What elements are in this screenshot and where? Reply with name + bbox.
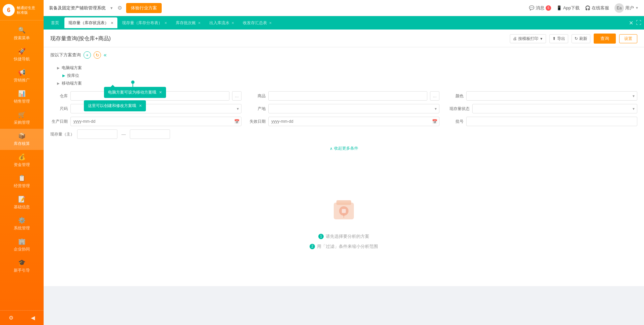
- sidebar-item-system[interactable]: ⚙️ 系统管理: [0, 213, 44, 234]
- sidebar-item-purchase[interactable]: 🛒 采购管理: [0, 108, 44, 129]
- quantity-label: 现存量（主）: [50, 131, 74, 137]
- origin-select-wrapper: ▼: [268, 104, 439, 113]
- sidebar-item-operations[interactable]: 📋 经营管理: [0, 171, 44, 192]
- topbar-gear-icon[interactable]: ⚙: [117, 5, 122, 11]
- filter-area: 按以下方案查询 + ↻ « 电脑方案可设为移动方案哦 ✕ ▶ 电脑端方案: [44, 47, 644, 159]
- page-actions: 🖨 按模板打印 ▼ ⬆ 导出 ↻ 刷新 查询 设置: [510, 34, 637, 44]
- goods-ellipsis-btn[interactable]: …: [430, 91, 439, 101]
- sidebar-item-sales[interactable]: 📊 销售管理: [0, 87, 44, 108]
- settings-button[interactable]: 设置: [619, 34, 637, 43]
- empty-state: 1 请先选择要分析的方案 2 用「过滤」条件来缩小分析范围: [44, 159, 644, 286]
- page-title-row: 现存量查询(按仓库+商品) 🖨 按模板打印 ▼ ⬆ 导出 ↻ 刷新: [50, 34, 637, 47]
- refresh-button[interactable]: ↻ 刷新: [572, 34, 590, 43]
- message-icon: 💬: [529, 5, 534, 10]
- messages-button[interactable]: 💬 消息 6: [529, 5, 551, 11]
- warehouse-ellipsis-btn[interactable]: …: [232, 91, 241, 101]
- collapse-button[interactable]: ∧ 收起更多条件: [330, 146, 358, 151]
- industry-plan-button[interactable]: 体验行业方案: [126, 3, 162, 13]
- tab-maximize-icon[interactable]: ⛶: [636, 20, 641, 26]
- tab-batch-account[interactable]: 库存批次账 ✕: [172, 17, 205, 28]
- goods-field: 商品 …: [248, 91, 439, 101]
- sidebar-item-basic[interactable]: 📝 基础信息: [0, 192, 44, 213]
- svg-rect-3: [342, 209, 346, 213]
- tab-home[interactable]: 首页: [46, 17, 64, 28]
- pc-scheme-item[interactable]: ▶ 电脑端方案: [57, 64, 637, 72]
- dropdown-arrow-icon: ▼: [110, 6, 113, 10]
- tabbar: 首页 现存量（库存状况表） ✕ 现存量（库存分布表） ✕ 库存批次账 ✕ 出入库…: [44, 16, 644, 30]
- collapse-row: ∧ 收起更多条件: [50, 142, 637, 153]
- user-menu[interactable]: Ea 用户 ▼: [614, 3, 639, 13]
- app-download-button[interactable]: 📱 App下载: [556, 5, 580, 11]
- sidebar-item-search[interactable]: 🔍 搜索菜单: [0, 23, 44, 44]
- sidebar-item-guide[interactable]: 🎓 新手引导: [0, 256, 44, 277]
- lot-label: 批号: [446, 119, 464, 124]
- add-scheme-button[interactable]: +: [84, 51, 91, 59]
- tab-inventory-status[interactable]: 现存量（库存状况表） ✕: [64, 17, 117, 28]
- quantity-min-input[interactable]: [77, 129, 117, 139]
- tab-inventory-dist[interactable]: 现存量（库存分布表） ✕: [118, 17, 171, 28]
- tab-in-out-flow[interactable]: 出入库流水 ✕: [205, 17, 238, 28]
- tab-close-batch-account[interactable]: ✕: [198, 21, 201, 25]
- megaphone-icon: 📢: [18, 69, 25, 76]
- sidebar-logo: 6 畅通好生意 标准版: [0, 0, 44, 20]
- page-content: 现存量查询(按仓库+商品) 🖨 按模板打印 ▼ ⬆ 导出 ↻ 刷新: [44, 30, 644, 325]
- tab-close-inventory-status[interactable]: ✕: [111, 21, 113, 25]
- filter-row-3: 生产日期 📅 失效日期 📅 批号: [50, 117, 637, 126]
- guide-icon: 🎓: [18, 259, 25, 266]
- phone-icon: 📱: [556, 5, 562, 10]
- sidebar-item-enterprise[interactable]: 🏢 企业协同: [0, 234, 44, 256]
- filter-row-4: 现存量（主） —: [50, 129, 637, 139]
- origin-select[interactable]: [268, 104, 439, 113]
- query-button[interactable]: 查询: [594, 34, 616, 44]
- quantity-max-input[interactable]: [130, 129, 170, 139]
- goods-input[interactable]: [268, 91, 427, 101]
- lot-input[interactable]: [466, 117, 637, 126]
- stock-status-select[interactable]: [472, 104, 637, 113]
- gear-icon: ⚙️: [18, 217, 25, 224]
- settings-bottom-icon[interactable]: ⚙: [9, 315, 13, 321]
- empty-hint-2: 2 用「过滤」条件来缩小分析范围: [310, 243, 378, 250]
- tooltip2-close-icon[interactable]: ✕: [139, 104, 142, 108]
- expire-date-input[interactable]: [268, 117, 439, 126]
- sub-item-icon: ▶: [62, 73, 65, 78]
- sidebar-item-finance[interactable]: 💰 资金管理: [0, 150, 44, 171]
- note-icon: 📝: [18, 196, 25, 203]
- color-select-wrapper: ▼: [466, 91, 637, 101]
- tab-close-inventory-dist[interactable]: ✕: [164, 21, 167, 25]
- sidebar-item-inventory[interactable]: 📦 库存核算: [0, 129, 44, 150]
- origin-field: 产地 ▼: [248, 104, 439, 113]
- sidebar-item-quick-nav[interactable]: 🚀 快捷导航: [0, 44, 44, 65]
- collapse-sidebar-icon[interactable]: ◀: [31, 315, 35, 321]
- tab-recv-summary[interactable]: 收发存汇总表 ✕: [239, 17, 276, 28]
- printer-icon: 🖨: [513, 36, 517, 41]
- origin-label: 产地: [248, 106, 266, 112]
- app-logo-text: 畅通好生意 标准版: [17, 5, 35, 15]
- left-arrow-icon[interactable]: «: [104, 52, 107, 58]
- money-icon: 💰: [18, 153, 25, 161]
- hint-dot-2: 2: [310, 244, 315, 249]
- tab-close-all-icon[interactable]: ✕: [629, 20, 633, 26]
- print-template-button[interactable]: 🖨 按模板打印 ▼: [510, 34, 546, 43]
- prod-date-start-calendar-icon[interactable]: 📅: [234, 119, 239, 124]
- export-button[interactable]: ⬆ 导出: [549, 34, 568, 43]
- mobile-scheme-item[interactable]: ▶ 移动端方案: [57, 79, 637, 87]
- export-icon: ⬆: [552, 36, 556, 41]
- lot-field: 批号: [446, 117, 637, 126]
- expire-date-wrap: 📅: [268, 117, 439, 126]
- search-icon: 🔍: [18, 26, 25, 34]
- tooltip1-close-icon[interactable]: ✕: [159, 90, 162, 95]
- expire-date-calendar-icon[interactable]: 📅: [432, 119, 437, 124]
- pc-sub-scheme-item[interactable]: ▶ 按库位: [57, 72, 637, 79]
- tab-close-recv-summary[interactable]: ✕: [269, 21, 272, 25]
- online-service-button[interactable]: 🎧 在线客服: [585, 5, 609, 11]
- filter-header-row: 按以下方案查询 + ↻ «: [50, 51, 637, 59]
- refresh-scheme-button[interactable]: ↻: [94, 51, 101, 59]
- topbar: 装备及固定资产辅助管理系统 ▼ ⚙ 体验行业方案 💬 消息 6 📱 App下载 …: [44, 0, 644, 16]
- empty-illustration: [327, 194, 361, 225]
- tab-close-in-out-flow[interactable]: ✕: [231, 21, 234, 25]
- color-field: 颜色 ▼: [446, 91, 637, 101]
- sidebar: 6 畅通好生意 标准版 🔍 搜索菜单 🚀 快捷导航 📢 营销推广 📊 销售管理 …: [0, 0, 44, 325]
- color-select[interactable]: [466, 91, 637, 101]
- prod-date-start-input[interactable]: [70, 117, 241, 126]
- sidebar-item-marketing[interactable]: 📢 营销推广: [0, 65, 44, 87]
